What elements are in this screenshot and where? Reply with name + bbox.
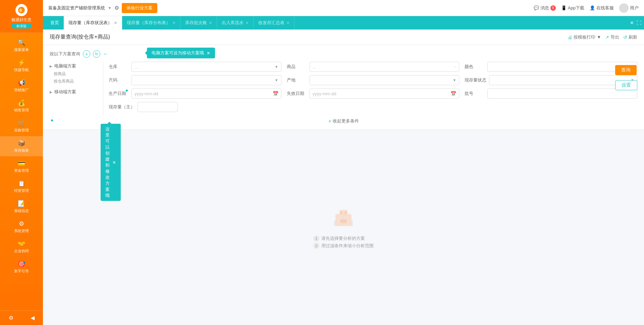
goods-label: 商品 xyxy=(287,64,307,70)
app-download-action[interactable]: 📱 App下载 xyxy=(561,5,584,11)
trial-btn[interactable]: 体验行业方案 xyxy=(122,3,157,13)
svg-text:6: 6 xyxy=(19,8,22,13)
dot-indicator-2 xyxy=(50,119,54,122)
print-dropdown-icon: ▼ xyxy=(597,35,601,40)
export-icon: ↗ xyxy=(605,35,609,40)
operation-icon: 📋 xyxy=(18,180,25,187)
edit-tooltip-close[interactable]: ✕ xyxy=(112,160,116,165)
tree-sub-item[interactable]: 按仓库商品 xyxy=(54,78,99,85)
sidebar-item-finance[interactable]: 💳 资金管理 xyxy=(0,156,43,176)
tab-label: 现存量（库存状况表） xyxy=(68,20,112,26)
sidebar-item-label: 库存核算 xyxy=(14,148,29,153)
sidebar-item-enterprise[interactable]: 🤝 企业协同 xyxy=(0,237,43,257)
sidebar-item-system[interactable]: ⚙ 系统管理 xyxy=(0,217,43,237)
sidebar-item-label: 快捷导航 xyxy=(14,67,29,72)
scheme-tooltip-close[interactable]: ✕ xyxy=(207,51,210,56)
sidebar-item-sales[interactable]: 💰 销售管理 xyxy=(0,96,43,116)
tree-item-pc[interactable]: ▶ 电脑端方案 xyxy=(50,62,99,70)
stock-main-input[interactable] xyxy=(138,102,178,112)
system-title: 装备及固定资产辅助管理系统 xyxy=(48,5,105,11)
inventory-icon: 📦 xyxy=(18,140,25,147)
tab-close-icon[interactable]: ✕ xyxy=(246,21,249,25)
filter-row-warehouse: 仓库 ... ▼ xyxy=(109,62,281,72)
filter-header: 按以下方案查询 + ↻ ← xyxy=(50,50,637,58)
user-avatar xyxy=(619,3,629,13)
tab-collect-summary[interactable]: 收发存汇总表 ✕ xyxy=(254,16,294,30)
header-right: 💬 消息 9 📱 App下载 👤 在线客服 用户 xyxy=(534,3,639,13)
tree-sub-item[interactable]: 按商品 xyxy=(54,70,99,78)
message-action[interactable]: 💬 消息 9 xyxy=(534,5,556,11)
svg-rect-9 xyxy=(350,221,353,226)
service-icon: 👤 xyxy=(590,5,595,10)
sidebar-item-label: 营销推广 xyxy=(14,88,29,93)
tab-home[interactable]: 首页 xyxy=(46,20,64,26)
settings-btn[interactable]: 设置 xyxy=(615,80,637,90)
system-dropdown-icon[interactable]: ▼ xyxy=(108,6,112,10)
sidebar-item-purchase[interactable]: 🛒 采购管理 xyxy=(0,116,43,136)
origin-dropdown-icon: ▼ xyxy=(452,78,456,82)
user-action[interactable]: 用户 xyxy=(619,3,639,13)
refresh-btn[interactable]: ↺ 刷新 xyxy=(623,34,637,40)
sidebar-item-label: 系统管理 xyxy=(14,228,29,233)
search-menu-icon: 🔍 xyxy=(18,39,25,46)
finance-icon: 💳 xyxy=(18,160,25,167)
logo-badge: 标准版 xyxy=(11,23,32,29)
sidebar-collapse-btn[interactable]: ◀ xyxy=(31,315,35,321)
empty-illustration xyxy=(330,205,357,231)
refresh-icon: ↺ xyxy=(623,35,627,40)
empty-tips: 1 请先选择要分析的方案 2 用过滤条件来缩小分析范围 xyxy=(313,235,374,250)
tab-inout-flow[interactable]: 出入库流水 ✕ xyxy=(217,16,254,30)
filter-refresh-btn[interactable]: ↻ xyxy=(93,50,100,58)
sidebar-item-quick-nav[interactable]: ⚡ 快捷导航 xyxy=(0,56,43,76)
tab-close-all-btn[interactable]: ✕ xyxy=(630,20,634,25)
edit-tooltip-text: 这里可以创建和修改方案哦 xyxy=(105,126,110,199)
svg-point-4 xyxy=(340,212,342,214)
sidebar-bottom: ⚙ ◀ xyxy=(0,310,43,325)
origin-select[interactable]: ▼ xyxy=(310,75,460,85)
tree-arrow-icon: ▶ xyxy=(50,90,52,94)
goods-select[interactable]: ... ··· xyxy=(310,62,460,72)
tab-close-icon[interactable]: ✕ xyxy=(209,21,212,25)
tip-num-1: 1 xyxy=(313,235,319,241)
sidebar: 6 畅通好生意 标准版 🔍 搜索菜单 ⚡ 快捷导航 📢 营销推广 💰 销售管理 … xyxy=(0,0,43,325)
empty-tip-2: 2 用过滤条件来缩小分析范围 xyxy=(313,243,374,249)
sidebar-item-inventory[interactable]: 📦 库存核算 xyxy=(0,136,43,156)
export-btn[interactable]: ↗ 导出 xyxy=(605,34,619,40)
print-template-btn[interactable]: 🖨 按模板打印 ▼ xyxy=(568,34,601,40)
sidebar-item-marketing[interactable]: 📢 营销推广 xyxy=(0,76,43,96)
tab-batch-ledger[interactable]: 库存批次账 ✕ xyxy=(180,16,217,30)
sidebar-item-label: 经营管理 xyxy=(14,188,29,193)
tab-inventory-status[interactable]: 现存量（库存状况表） ✕ xyxy=(64,16,122,30)
tab-bar-right: ✕ ⛶ xyxy=(630,20,641,25)
online-service-action[interactable]: 👤 在线客服 xyxy=(590,5,614,11)
logo-icon: 6 xyxy=(15,4,28,16)
tab-close-icon[interactable]: ✕ xyxy=(172,21,175,25)
filter-row-size: 尺码 ▼ xyxy=(109,75,281,85)
content-area: 现存量查询(按仓库+商品) 🖨 按模板打印 ▼ ↗ 导出 ↺ 刷新 xyxy=(43,30,644,325)
warehouse-select[interactable]: ... ▼ xyxy=(131,62,281,72)
tab-close-icon[interactable]: ✕ xyxy=(286,21,289,25)
phone-icon: 📱 xyxy=(561,5,567,10)
sidebar-item-search-menu[interactable]: 🔍 搜索菜单 xyxy=(0,36,43,56)
tab-fullscreen-btn[interactable]: ⛶ xyxy=(637,20,641,25)
header-settings-icon[interactable]: ⚙ xyxy=(114,5,119,11)
sidebar-settings-btn[interactable]: ⚙ xyxy=(9,315,13,321)
sidebar-item-basic-info[interactable]: 📝 基础信息 xyxy=(0,197,43,217)
mfg-date-input[interactable]: yyyy-mm-dd 📅 xyxy=(131,89,281,99)
tree-arrow-icon: ▶ xyxy=(50,64,52,68)
batch-input[interactable] xyxy=(487,89,637,99)
filter-add-btn[interactable]: + xyxy=(83,50,90,58)
tree-item-mobile[interactable]: ▶ 移动端方案 xyxy=(50,88,99,96)
tab-inventory-dist[interactable]: 现存量（库存分布表） ✕ xyxy=(122,16,180,30)
color-select[interactable]: ▼ xyxy=(487,62,637,72)
enterprise-icon: 🤝 xyxy=(18,240,25,248)
size-select[interactable]: ▼ xyxy=(131,75,281,85)
filter-back-arrow[interactable]: ← xyxy=(103,51,108,57)
tab-close-icon[interactable]: ✕ xyxy=(114,21,117,25)
exp-date-input[interactable]: yyyy-mm-dd 📅 xyxy=(310,89,460,99)
sidebar-item-guide[interactable]: 🎯 新手引导 xyxy=(0,257,43,277)
sidebar-item-operation[interactable]: 📋 经营管理 xyxy=(0,176,43,197)
filter-collapse-btn[interactable]: ∧ 收起更多条件 xyxy=(50,115,637,124)
search-btn[interactable]: 查询 xyxy=(615,65,637,75)
scheme-tooltip: 电脑方案可设为移动方案哦 ✕ xyxy=(147,48,215,58)
